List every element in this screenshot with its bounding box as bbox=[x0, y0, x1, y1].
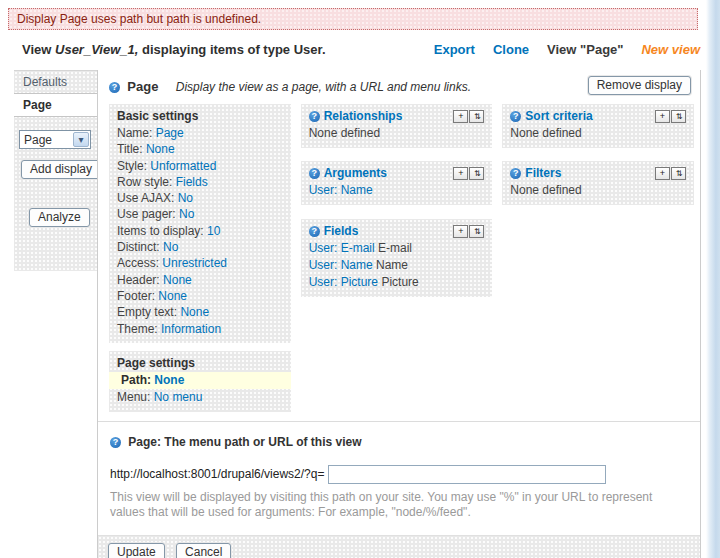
view-header: View User_View_1, displaying items of ty… bbox=[22, 42, 700, 57]
new-view-link[interactable]: New view bbox=[641, 42, 700, 57]
sort-criteria-header: ? Sort criteria + ⇅ bbox=[510, 109, 686, 123]
remove-display-button[interactable]: Remove display bbox=[588, 76, 691, 95]
setting-use-pager-link[interactable]: No bbox=[179, 207, 194, 221]
page-settings-box: Page settings Path: None Menu: No menu bbox=[109, 351, 291, 412]
basic-settings-box: Basic settings Name: Page Title: None St… bbox=[109, 104, 291, 343]
help-icon[interactable]: ? bbox=[510, 168, 521, 179]
setting-access-link[interactable]: Unrestricted bbox=[162, 256, 227, 270]
view-title: View User_View_1, displaying items of ty… bbox=[22, 42, 326, 57]
help-icon[interactable]: ? bbox=[510, 111, 521, 122]
argument-item-link[interactable]: User: Name bbox=[309, 183, 373, 197]
setting-distinct: Distinct: No bbox=[117, 239, 283, 255]
setting-theme-link[interactable]: Information bbox=[161, 322, 221, 336]
filters-box: ? Filters + ⇅ None defined bbox=[502, 161, 694, 205]
setting-use-ajax-link[interactable]: No bbox=[178, 191, 193, 205]
setting-use-pager: Use pager: No bbox=[117, 206, 283, 222]
setting-path-link[interactable]: None bbox=[154, 373, 184, 387]
setting-menu: Menu: No menu bbox=[117, 389, 283, 406]
field-item-link[interactable]: User: E-mail bbox=[309, 241, 375, 255]
setting-name: Name: Page bbox=[117, 125, 283, 141]
setting-footer: Footer: None bbox=[117, 288, 283, 304]
setting-distinct-link[interactable]: No bbox=[163, 240, 178, 254]
fields-box: ? Fields + ⇅ User: E-mail E-mail User: N… bbox=[301, 219, 493, 297]
relationships-box: ? Relationships + ⇅ None defined bbox=[301, 104, 493, 148]
path-form-description: This view will be displayed by visiting … bbox=[110, 490, 686, 521]
add-relationship-button[interactable]: + bbox=[453, 110, 468, 123]
setting-title: Title: None bbox=[117, 141, 283, 157]
analyze-button[interactable]: Analyze bbox=[29, 208, 90, 227]
panel-title-row: ? Page Display the view as a page, with … bbox=[98, 70, 700, 104]
add-filter-button[interactable]: + bbox=[655, 167, 670, 180]
rearrange-filters-button[interactable]: ⇅ bbox=[671, 167, 686, 180]
update-button[interactable]: Update bbox=[108, 543, 165, 558]
setting-empty-text: Empty text: None bbox=[117, 304, 283, 320]
add-field-button[interactable]: + bbox=[453, 225, 468, 238]
setting-menu-link[interactable]: No menu bbox=[154, 390, 203, 404]
setting-style-link[interactable]: Unformatted bbox=[150, 159, 216, 173]
setting-items-to-display-link[interactable]: 10 bbox=[207, 224, 220, 238]
view-name: User_View_1, bbox=[55, 42, 138, 57]
help-icon[interactable]: ? bbox=[109, 82, 120, 93]
basic-settings-header: Basic settings bbox=[117, 109, 283, 123]
setting-row-style-link[interactable]: Fields bbox=[176, 175, 208, 189]
view-page-link[interactable]: View "Page" bbox=[547, 42, 623, 57]
add-sort-button[interactable]: + bbox=[655, 110, 670, 123]
setting-use-ajax: Use AJAX: No bbox=[117, 190, 283, 206]
setting-name-link[interactable]: Page bbox=[156, 126, 184, 140]
display-sidebar: Defaults Page Page ▾ Add display Analyze bbox=[14, 70, 97, 271]
filters-header: ? Filters + ⇅ bbox=[510, 166, 686, 180]
tab-page[interactable]: Page bbox=[14, 94, 97, 117]
setting-header: Header: None bbox=[117, 272, 283, 288]
relationships-title-link[interactable]: Relationships bbox=[324, 109, 403, 123]
field-item: User: E-mail E-mail bbox=[309, 240, 485, 257]
help-icon[interactable]: ? bbox=[309, 111, 320, 122]
setting-footer-link[interactable]: None bbox=[158, 289, 187, 303]
path-input[interactable] bbox=[328, 465, 606, 484]
setting-title-link[interactable]: None bbox=[146, 142, 175, 156]
display-type-select-value: Page bbox=[24, 133, 52, 147]
add-argument-button[interactable]: + bbox=[453, 167, 468, 180]
field-item: User: Name Name bbox=[309, 257, 485, 274]
field-item: User: Picture Picture bbox=[309, 274, 485, 291]
fields-title-link[interactable]: Fields bbox=[324, 224, 359, 238]
arguments-title-link[interactable]: Arguments bbox=[324, 166, 387, 180]
clone-link[interactable]: Clone bbox=[493, 42, 529, 57]
argument-item: User: Name bbox=[309, 182, 485, 199]
help-icon[interactable]: ? bbox=[110, 437, 121, 448]
fields-header: ? Fields + ⇅ bbox=[309, 224, 485, 238]
add-display-button[interactable]: Add display bbox=[21, 160, 101, 179]
path-form-title: Page: The menu path or URL of this view bbox=[128, 435, 361, 449]
setting-row-style: Row style: Fields bbox=[117, 174, 283, 190]
page-edge-strip bbox=[706, 0, 720, 558]
path-form-title-row: ? Page: The menu path or URL of this vie… bbox=[110, 435, 686, 449]
setting-empty-text-link[interactable]: None bbox=[180, 305, 209, 319]
help-icon[interactable]: ? bbox=[309, 226, 320, 237]
rearrange-arguments-button[interactable]: ⇅ bbox=[469, 167, 484, 180]
help-icon[interactable]: ? bbox=[309, 168, 320, 179]
view-title-suffix: displaying items of type User. bbox=[142, 42, 326, 57]
cancel-button[interactable]: Cancel bbox=[176, 543, 231, 558]
display-type-select[interactable]: Page ▾ bbox=[19, 130, 91, 149]
settings-columns: Basic settings Name: Page Title: None St… bbox=[98, 104, 700, 412]
sort-criteria-title-link[interactable]: Sort criteria bbox=[525, 109, 592, 123]
setting-style: Style: Unformatted bbox=[117, 158, 283, 174]
export-link[interactable]: Export bbox=[434, 42, 475, 57]
column-basic: Basic settings Name: Page Title: None St… bbox=[109, 104, 291, 412]
column-right: ? Sort criteria + ⇅ None defined ? Filte… bbox=[502, 104, 694, 205]
path-form: ? Page: The menu path or URL of this vie… bbox=[98, 421, 700, 525]
rearrange-fields-button[interactable]: ⇅ bbox=[469, 225, 484, 238]
column-middle: ? Relationships + ⇅ None defined ? Argum… bbox=[301, 104, 493, 297]
panel-description: Display the view as a page, with a URL a… bbox=[176, 80, 471, 94]
view-actions: Export Clone View "Page" New view bbox=[434, 42, 700, 57]
filters-title-link[interactable]: Filters bbox=[525, 166, 561, 180]
rearrange-relationships-button[interactable]: ⇅ bbox=[469, 110, 484, 123]
field-item-link[interactable]: User: Name bbox=[309, 258, 373, 272]
arguments-header: ? Arguments + ⇅ bbox=[309, 166, 485, 180]
display-settings-panel: ? Page Display the view as a page, with … bbox=[97, 70, 701, 558]
rearrange-sorts-button[interactable]: ⇅ bbox=[671, 110, 686, 123]
chevron-down-icon: ▾ bbox=[73, 132, 89, 147]
setting-header-link[interactable]: None bbox=[163, 273, 192, 287]
setting-items-to-display: Items to display: 10 bbox=[117, 223, 283, 239]
tab-defaults[interactable]: Defaults bbox=[14, 71, 97, 94]
field-item-link[interactable]: User: Picture bbox=[309, 275, 378, 289]
